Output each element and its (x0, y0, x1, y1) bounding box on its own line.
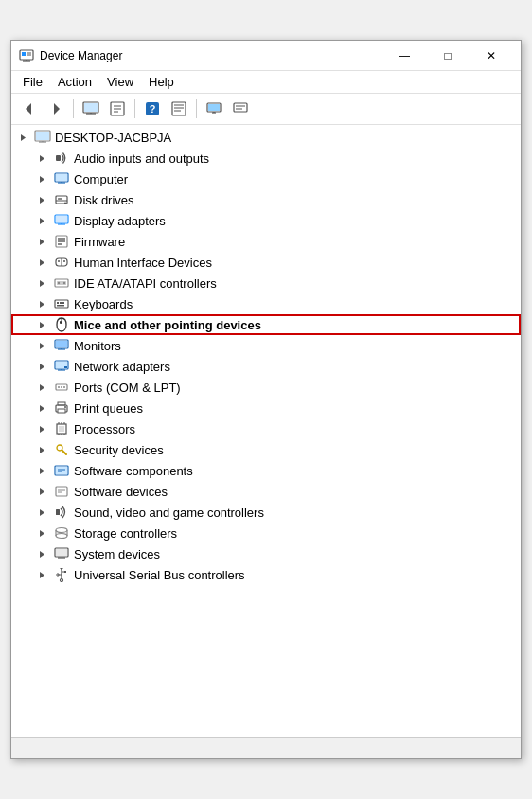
svg-rect-11 (84, 103, 98, 112)
svg-rect-118 (56, 509, 60, 515)
svg-point-135 (61, 579, 63, 582)
keyboard-expand[interactable] (34, 296, 49, 311)
svg-rect-23 (208, 104, 220, 111)
ide-label: IDE ATA/ATAPI controllers (74, 276, 217, 291)
display-label: Display adapters (74, 214, 166, 228)
menu-action[interactable]: Action (50, 71, 99, 93)
list-item[interactable]: Disk drives (11, 189, 521, 210)
menu-help[interactable]: Help (141, 71, 182, 93)
svg-marker-46 (40, 218, 44, 224)
properties-button[interactable] (105, 98, 130, 120)
monitors-expand[interactable] (34, 338, 49, 353)
svg-marker-66 (40, 301, 44, 308)
root-expand[interactable] (15, 130, 30, 145)
list-item[interactable]: Network adapters (11, 356, 521, 377)
system-icon (53, 545, 70, 562)
ports-label: Ports (COM & LPT) (74, 381, 181, 395)
sound-expand[interactable] (34, 505, 49, 520)
list-item[interactable]: System devices (11, 543, 521, 564)
network-icon (53, 358, 70, 375)
processors-expand[interactable] (34, 421, 49, 436)
help-button[interactable]: ? (140, 98, 165, 120)
list-item[interactable]: Software devices (11, 481, 521, 502)
ide-icon (53, 275, 70, 292)
mice-item[interactable]: Mice and other pointing devices (11, 314, 521, 335)
ports-icon (53, 379, 70, 396)
list-item[interactable]: Security devices (11, 439, 521, 460)
firmware-expand[interactable] (34, 234, 49, 249)
ports-expand[interactable] (34, 380, 49, 395)
disk-icon (53, 191, 70, 208)
list-item[interactable]: Display adapters (11, 210, 521, 231)
list-item[interactable]: Computer (11, 169, 521, 189)
forward-button[interactable] (44, 98, 68, 120)
svg-rect-26 (234, 103, 247, 112)
svg-marker-105 (40, 447, 44, 453)
computer-expand[interactable] (34, 171, 49, 186)
list-item[interactable]: Audio inputs and outputs (11, 148, 521, 169)
svg-marker-130 (60, 568, 63, 570)
softcomp-expand[interactable] (34, 463, 49, 478)
status-bar (11, 737, 521, 758)
back-button[interactable] (17, 98, 42, 120)
svg-marker-41 (40, 197, 44, 204)
storage-expand[interactable] (34, 525, 49, 541)
svg-marker-75 (40, 343, 44, 349)
svg-rect-48 (56, 216, 67, 222)
list-item[interactable]: Universal Serial Bus controllers (11, 564, 521, 585)
svg-point-65 (63, 282, 65, 284)
disk-expand[interactable] (34, 192, 49, 207)
svg-rect-110 (56, 467, 67, 474)
device-button[interactable] (228, 98, 253, 120)
list-item[interactable]: Storage controllers (11, 523, 521, 543)
print-expand[interactable] (34, 400, 49, 416)
window-controls: — □ ✕ (382, 42, 513, 70)
system-expand[interactable] (34, 546, 49, 561)
audio-expand[interactable] (34, 151, 49, 166)
toolbar-sep-1 (73, 99, 74, 118)
mice-expand[interactable] (34, 317, 49, 332)
list-item[interactable]: Firmware (11, 231, 521, 252)
computer-view-button[interactable] (79, 98, 103, 120)
root-item[interactable]: DESKTOP-JACBPJA (11, 127, 521, 148)
usb-expand[interactable] (34, 567, 49, 582)
menu-view[interactable]: View (99, 71, 141, 93)
menu-file[interactable]: File (15, 71, 50, 93)
display-expand[interactable] (34, 213, 49, 228)
maximize-button[interactable]: □ (426, 42, 470, 70)
list-item[interactable]: Processors (11, 418, 521, 439)
monitors-label: Monitors (74, 339, 121, 353)
tree-view[interactable]: DESKTOP-JACBPJA Audio inputs and outputs (11, 125, 521, 737)
window-title: Device Manager (40, 49, 382, 62)
list-item[interactable]: IDE ATA/ATAPI controllers (11, 273, 521, 293)
svg-marker-29 (21, 134, 26, 141)
list-item[interactable]: Software components (11, 460, 521, 481)
security-expand[interactable] (34, 442, 49, 457)
svg-marker-61 (40, 280, 44, 287)
softdev-icon (53, 483, 70, 500)
list-item[interactable]: Ports (COM & LPT) (11, 377, 521, 398)
svg-marker-51 (40, 239, 44, 245)
minimize-button[interactable]: — (382, 42, 426, 70)
device-manager-window: Device Manager — □ ✕ File Action View He… (10, 40, 522, 759)
svg-point-89 (61, 386, 62, 388)
hid-expand[interactable] (34, 255, 49, 270)
svg-rect-53 (58, 238, 65, 240)
svg-rect-70 (62, 302, 64, 304)
display-button[interactable] (202, 98, 226, 120)
network-expand[interactable] (34, 359, 49, 374)
update-button[interactable] (167, 98, 191, 120)
list-item[interactable]: Print queues (11, 398, 521, 418)
list-item[interactable]: Sound, video and game controllers (11, 502, 521, 523)
hid-icon (53, 254, 70, 271)
svg-rect-35 (56, 155, 61, 161)
softdev-expand[interactable] (34, 484, 49, 499)
close-button[interactable]: ✕ (470, 42, 513, 70)
list-item[interactable]: Keyboards (11, 293, 521, 314)
ide-expand[interactable] (34, 275, 49, 291)
svg-marker-113 (40, 488, 44, 495)
list-item[interactable]: Human Interface Devices (11, 252, 521, 273)
network-label: Network adapters (74, 360, 170, 374)
list-item[interactable]: Monitors (11, 335, 521, 356)
svg-marker-36 (40, 176, 44, 183)
